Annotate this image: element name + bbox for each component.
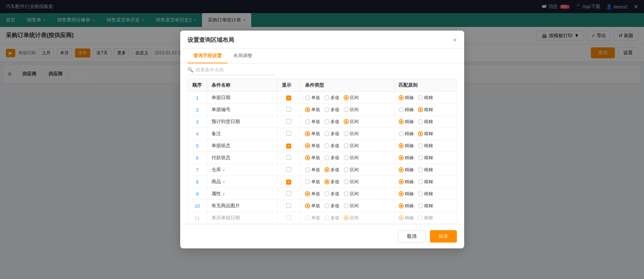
modal-overlay: 设置查询区域布局 × 查询字段设置 布局调整 🔍 顺序 条件名称 显示 xyxy=(0,0,644,87)
th-show: 显示 xyxy=(277,79,300,87)
th-match: 匹配原则 xyxy=(394,79,457,87)
modal-title: 设置查询区域布局 xyxy=(187,36,234,44)
tab-layout[interactable]: 布局调整 xyxy=(228,49,258,63)
settings-modal: 设置查询区域布局 × 查询字段设置 布局调整 🔍 顺序 条件名称 显示 xyxy=(180,31,464,87)
tab-query-field[interactable]: 查询字段设置 xyxy=(187,49,228,63)
search-icon: 🔍 xyxy=(187,67,193,72)
modal-close-button[interactable]: × xyxy=(453,36,457,44)
modal-header: 设置查询区域布局 × xyxy=(180,31,464,49)
modal-body: 顺序 条件名称 显示 条件类型 匹配原则 1单据日期✓单值多值区间精确模糊2单据… xyxy=(180,79,464,87)
th-type: 条件类型 xyxy=(301,79,394,87)
search-input[interactable] xyxy=(195,67,275,72)
th-name: 条件名称 xyxy=(207,79,277,87)
modal-search-area: 🔍 xyxy=(180,63,464,79)
th-order: 顺序 xyxy=(187,79,207,87)
search-wrap: 🔍 xyxy=(187,67,275,75)
modal-tabs: 查询字段设置 布局调整 xyxy=(180,49,464,63)
conditions-table: 顺序 条件名称 显示 条件类型 匹配原则 1单据日期✓单值多值区间精确模糊2单据… xyxy=(187,79,457,87)
